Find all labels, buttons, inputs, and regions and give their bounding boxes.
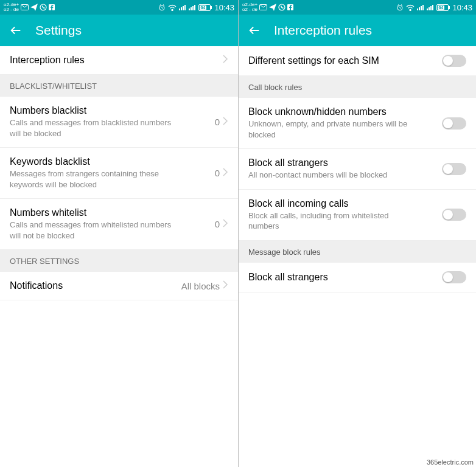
svg-rect-21	[421, 6, 422, 10]
label: Different settings for each SIM	[248, 55, 442, 66]
status-bar: o2-de+ o2 - de 64 10:43	[239, 0, 476, 15]
description: Block all calls, including from whitelis…	[248, 210, 413, 232]
label: Block unknown/hidden numbers	[248, 106, 442, 117]
svg-rect-6	[183, 6, 184, 10]
chevron-right-icon	[222, 117, 228, 128]
section-other-settings: OTHER SETTINGS	[0, 250, 238, 272]
svg-rect-9	[191, 7, 192, 10]
facebook-icon	[49, 4, 55, 10]
section-message-block: Message block rules	[239, 241, 476, 263]
section-call-block: Call block rules	[239, 76, 476, 98]
description: Calls and messages from blacklisted numb…	[10, 117, 174, 139]
watermark: 365electric.com	[427, 458, 474, 466]
label: Block all incoming calls	[248, 198, 442, 209]
row-block-incoming[interactable]: Block all incoming calls Block all calls…	[239, 190, 476, 241]
signal-2-icon	[189, 4, 196, 10]
label: Notifications	[10, 280, 181, 291]
svg-rect-25	[430, 6, 432, 10]
wifi-icon	[168, 4, 177, 11]
svg-rect-13	[211, 6, 212, 9]
description: All non-contact numbers will be blocked	[248, 170, 413, 181]
signal-1-icon	[417, 4, 424, 10]
back-button[interactable]	[9, 23, 23, 38]
label: Numbers blacklist	[10, 105, 215, 116]
svg-rect-4	[179, 9, 180, 10]
send-icon	[30, 4, 38, 11]
status-time: 10:43	[214, 3, 234, 12]
label: Interception rules	[10, 55, 222, 66]
svg-rect-28	[449, 6, 450, 9]
page-title: Settings	[35, 23, 82, 38]
toggle-different-sim[interactable]	[442, 55, 466, 67]
label: Keywords blacklist	[10, 156, 215, 167]
wifi-icon	[406, 4, 415, 11]
mail-icon	[21, 4, 29, 10]
row-block-strangers-msg[interactable]: Block all strangers	[239, 263, 476, 292]
svg-rect-11	[194, 5, 195, 10]
screen-interception-rules: o2-de+ o2 - de 64 10:43 Intercept	[238, 0, 476, 467]
toggle-block-incoming[interactable]	[442, 209, 466, 221]
label: Block all strangers	[248, 272, 442, 283]
label: Block all strangers	[248, 157, 442, 168]
app-bar: Settings	[0, 15, 238, 46]
row-numbers-whitelist[interactable]: Numbers whitelist Calls and messages fro…	[0, 199, 238, 250]
svg-rect-5	[181, 7, 182, 10]
battery-icon: 64	[436, 4, 450, 11]
value: All blocks	[181, 281, 220, 291]
svg-rect-7	[184, 5, 186, 10]
value: 0	[215, 117, 220, 127]
facebook-icon	[287, 4, 293, 10]
section-blacklist-whitelist: BLACKLIST/WHITELIST	[0, 75, 238, 97]
row-keywords-blacklist[interactable]: Keywords blacklist Messages from strange…	[0, 148, 238, 199]
svg-rect-24	[429, 7, 430, 10]
value: 0	[215, 168, 220, 178]
row-numbers-blacklist[interactable]: Numbers blacklist Calls and messages fro…	[0, 97, 238, 148]
alarm-icon	[158, 4, 166, 11]
carrier-2: o2 - de	[242, 7, 257, 12]
svg-rect-26	[432, 5, 433, 10]
toggle-block-strangers-call[interactable]	[442, 163, 466, 175]
svg-rect-10	[192, 6, 194, 10]
svg-rect-22	[422, 5, 424, 10]
description: Unknown, empty, and private numbers will…	[248, 119, 413, 140]
chevron-right-icon	[222, 219, 228, 230]
row-block-strangers-call[interactable]: Block all strangers All non-contact numb…	[239, 149, 476, 190]
chevron-right-icon	[222, 55, 228, 66]
description: Messages from strangers containing these…	[10, 168, 174, 190]
status-time: 10:43	[452, 3, 472, 12]
svg-rect-8	[189, 9, 190, 10]
value: 0	[215, 219, 220, 229]
battery-icon: 64	[198, 4, 212, 11]
signal-2-icon	[427, 4, 434, 10]
whatsapp-icon	[40, 4, 47, 11]
row-interception-rules[interactable]: Interception rules	[0, 46, 238, 75]
label: Numbers whitelist	[10, 207, 215, 218]
svg-rect-19	[417, 9, 418, 10]
screen-settings: o2-de+ o2 - de 64 10:43 Settings	[0, 0, 238, 467]
status-bar: o2-de+ o2 - de 64 10:43	[0, 0, 238, 15]
back-button[interactable]	[247, 23, 262, 38]
svg-rect-23	[427, 9, 428, 10]
alarm-icon	[396, 4, 404, 11]
row-notifications[interactable]: Notifications All blocks	[0, 272, 238, 300]
page-title: Interception rules	[274, 23, 372, 38]
mail-icon	[259, 4, 267, 10]
toggle-block-unknown[interactable]	[442, 117, 466, 130]
svg-rect-20	[419, 7, 420, 10]
description: Calls and messages from whitelisted numb…	[10, 220, 174, 241]
whatsapp-icon	[278, 4, 285, 11]
send-icon	[269, 4, 276, 11]
chevron-right-icon	[222, 280, 228, 291]
chevron-right-icon	[222, 168, 228, 179]
row-block-unknown[interactable]: Block unknown/hidden numbers Unknown, em…	[239, 98, 476, 149]
signal-1-icon	[179, 4, 186, 10]
carrier-2: o2 - de	[4, 7, 19, 12]
toggle-block-strangers-msg[interactable]	[442, 271, 466, 283]
row-different-sim[interactable]: Different settings for each SIM	[239, 46, 476, 76]
app-bar: Interception rules	[239, 15, 476, 46]
